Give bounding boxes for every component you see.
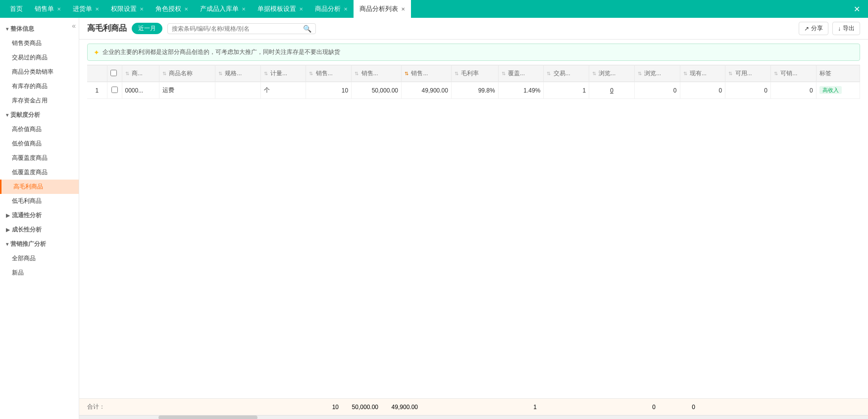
info-banner: ✦ 企业的主要的利润都是这部分商品创造的，可考虑加大推广，同时关注库存是不要出现…	[87, 44, 860, 61]
sidebar-item-low-margin[interactable]: 低毛利商品	[0, 194, 79, 208]
nav-product-entry[interactable]: 产成品入库单 ✕	[194, 0, 252, 18]
sidebar-item-traded-goods[interactable]: 交易过的商品	[0, 50, 79, 65]
sidebar-item-high-margin[interactable]: 高毛利商品	[0, 180, 79, 194]
nav-product-analysis[interactable]: 商品分析 ✕	[309, 0, 354, 18]
row-current-stock: 0	[680, 82, 725, 99]
nav-product-analysis-list[interactable]: 商品分析列表 ✕	[354, 0, 411, 18]
col-unit[interactable]: ⇅ 计量...	[260, 65, 306, 82]
search-icon[interactable]: 🔍	[303, 25, 311, 33]
col-available[interactable]: ⇅ 可用...	[725, 65, 771, 82]
sort-icon10: ⇅	[547, 71, 551, 76]
col-sales1[interactable]: ⇅ 销售...	[306, 65, 352, 82]
sidebar-item-in-stock[interactable]: 有库存的商品	[0, 79, 79, 93]
sidebar-item-stock-capital[interactable]: 库存资金占用	[0, 93, 79, 108]
col-gross-rate[interactable]: ⇅ 毛利率	[451, 65, 498, 82]
sidebar: « ▾ 整体信息 销售类商品 交易过的商品 商品分类助销率 有库存的商品 库存资…	[0, 18, 79, 419]
table-header-row: ⇅ 商... ⇅ 商品名称 ⇅ 规格... ⇅	[87, 65, 860, 82]
row-unit: 个	[260, 82, 306, 99]
row-sales2: 50,000.00	[352, 82, 402, 99]
close-template-icon[interactable]: ✕	[299, 6, 303, 12]
filter-recent-month-button[interactable]: 近一月	[132, 23, 162, 34]
sidebar-item-category-rate[interactable]: 商品分类助销率	[0, 65, 79, 79]
col-index	[87, 65, 107, 82]
arrow-down-icon2: ▾	[6, 112, 8, 118]
export-button[interactable]: ↓ 导出	[832, 22, 860, 35]
sidebar-item-all-goods[interactable]: 全部商品	[0, 251, 79, 266]
col-sellable[interactable]: ⇅ 可销...	[770, 65, 816, 82]
search-box: 🔍	[167, 23, 316, 34]
horizontal-scrollbar[interactable]	[79, 415, 868, 419]
arrow-right-icon2: ▶	[6, 227, 10, 233]
col-browse2[interactable]: ⇅ 浏览...	[634, 65, 680, 82]
arrow-down-icon3: ▾	[6, 241, 8, 247]
footer-transaction: 1	[500, 404, 540, 411]
nav-home[interactable]: 首页	[4, 0, 29, 18]
info-icon: ✦	[94, 48, 100, 56]
nav-global-close[interactable]: ✕	[850, 4, 864, 14]
scrollbar-thumb[interactable]	[158, 416, 257, 419]
sidebar-group-marketing[interactable]: ▾ 营销推广分析	[0, 237, 79, 251]
col-coverage[interactable]: ⇅ 覆盖...	[498, 65, 544, 82]
sidebar-group-overall[interactable]: ▾ 整体信息	[0, 22, 79, 36]
row-coverage: 1.49%	[498, 82, 544, 99]
nav-sales-order[interactable]: 销售单 ✕	[29, 0, 67, 18]
sidebar-item-low-coverage[interactable]: 低覆盖度商品	[0, 165, 79, 180]
row-sellable: 0	[770, 82, 816, 99]
footer-available: 0	[659, 404, 698, 411]
col-tag: 标签	[816, 65, 860, 82]
close-product-entry-icon[interactable]: ✕	[242, 6, 246, 12]
col-transaction[interactable]: ⇅ 交易...	[544, 65, 589, 82]
sort-icon5: ⇅	[309, 71, 313, 76]
export-icon: ↓	[838, 25, 841, 32]
col-sales2[interactable]: ⇅ 销售...	[352, 65, 402, 82]
sidebar-group-contribution[interactable]: ▾ 贡献度分析	[0, 108, 79, 122]
sidebar-group-liquidity[interactable]: ▶ 流通性分析	[0, 208, 79, 223]
sort-icon14: ⇅	[728, 71, 732, 76]
col-sales3[interactable]: ⇅ 销售...	[402, 65, 452, 82]
sidebar-item-low-value[interactable]: 低价值商品	[0, 137, 79, 151]
col-spec[interactable]: ⇅ 规格...	[215, 65, 261, 82]
row-checkbox[interactable]	[107, 82, 122, 99]
close-role-icon[interactable]: ✕	[184, 6, 188, 12]
sidebar-item-new-goods[interactable]: 新品	[0, 266, 79, 280]
sort-icon6: ⇅	[355, 71, 358, 76]
arrow-down-icon: ▾	[6, 26, 8, 32]
col-name[interactable]: ⇅ 商品名称	[159, 65, 215, 82]
close-analysis-list-icon[interactable]: ✕	[401, 6, 405, 12]
sort-icon7: ⇅	[405, 71, 408, 76]
header-actions: ↗ 分享 ↓ 导出	[799, 22, 860, 35]
sidebar-item-high-value[interactable]: 高价值商品	[0, 122, 79, 137]
search-input[interactable]	[172, 25, 301, 32]
nav-permission-settings[interactable]: 权限设置 ✕	[105, 0, 150, 18]
nav-purchase-order[interactable]: 进货单 ✕	[67, 0, 105, 18]
col-current-stock[interactable]: ⇅ 现有...	[680, 65, 725, 82]
page-title: 高毛利商品	[87, 23, 127, 34]
share-button[interactable]: ↗ 分享	[799, 22, 828, 35]
sidebar-item-sales-goods[interactable]: 销售类商品	[0, 36, 79, 50]
sort-icon11: ⇅	[592, 71, 596, 76]
nav-template-settings[interactable]: 单据模板设置 ✕	[252, 0, 309, 18]
close-sales-order-icon[interactable]: ✕	[57, 6, 61, 12]
sort-icon4: ⇅	[264, 71, 268, 76]
sort-icon3: ⇅	[218, 71, 222, 76]
sidebar-item-high-coverage[interactable]: 高覆盖度商品	[0, 151, 79, 165]
col-checkbox[interactable]	[107, 65, 122, 82]
sidebar-group-growth[interactable]: ▶ 成长性分析	[0, 223, 79, 237]
content-area: 高毛利商品 近一月 🔍 ↗ 分享 ↓ 导出 ✦ 企业的主要的利润都是这部分商品创…	[79, 18, 868, 419]
sort-icon9: ⇅	[502, 71, 506, 76]
row-spec	[215, 82, 261, 99]
close-purchase-order-icon[interactable]: ✕	[95, 6, 99, 12]
sidebar-collapse-button[interactable]: «	[72, 22, 76, 30]
row-gross-rate: 99.8%	[451, 82, 498, 99]
sort-icon13: ⇅	[683, 71, 687, 76]
row-browse1[interactable]: 0	[589, 82, 635, 99]
col-code[interactable]: ⇅ 商...	[122, 65, 159, 82]
footer-current-stock: 0	[619, 404, 659, 411]
select-all-checkbox[interactable]	[110, 70, 117, 76]
sort-icon12: ⇅	[638, 71, 642, 76]
col-browse1[interactable]: ⇅ 浏览...	[589, 65, 635, 82]
nav-role-auth[interactable]: 角色授权 ✕	[150, 0, 194, 18]
footer-sales2: 50,000.00	[342, 404, 381, 411]
close-product-analysis-icon[interactable]: ✕	[344, 6, 348, 12]
close-permission-icon[interactable]: ✕	[140, 6, 144, 12]
